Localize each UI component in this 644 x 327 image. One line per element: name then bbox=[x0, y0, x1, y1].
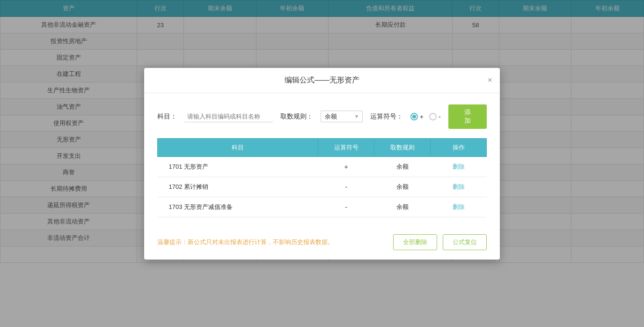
subject-label: 科目： bbox=[157, 112, 177, 121]
modal-footer: 温馨提示：新公式只对未出报表进行计算，不影响历史报表数据。 全部删除 公式复位 bbox=[144, 227, 500, 260]
formula-subject-2: 1703 无形资产减值准备 bbox=[158, 197, 318, 217]
rule-select-wrapper: 余额 借方 贷方 借方累计 贷方累计 ▼ bbox=[321, 111, 363, 122]
radio-plus-label: + bbox=[420, 113, 424, 120]
modal-header: 编辑公式——无形资产 × bbox=[144, 68, 500, 93]
table-header-operator: 运算符号 bbox=[318, 138, 374, 156]
edit-formula-modal: 编辑公式——无形资产 × 科目： 取数规则： 余额 借方 贷方 借方累计 贷方累… bbox=[144, 68, 500, 260]
operator-radio-group: + - bbox=[410, 113, 441, 120]
form-row: 科目： 取数规则： 余额 借方 贷方 借方累计 贷方累计 ▼ 运算符号： bbox=[157, 104, 487, 129]
formula-operator-0: + bbox=[318, 156, 374, 177]
radio-plus-circle bbox=[410, 113, 418, 120]
delete-row-0-button[interactable]: 删除 bbox=[453, 163, 465, 170]
formula-action-2: 删除 bbox=[431, 197, 487, 217]
modal-title: 编辑公式——无形资产 bbox=[285, 76, 359, 84]
formula-operator-1: - bbox=[318, 177, 374, 197]
delete-all-button[interactable]: 全部删除 bbox=[393, 234, 437, 250]
operator-label: 运算符号： bbox=[370, 112, 403, 121]
radio-minus-circle bbox=[429, 113, 437, 120]
radio-minus-label: - bbox=[439, 113, 441, 120]
table-header-rule: 取数规则 bbox=[374, 138, 431, 156]
footer-buttons: 全部删除 公式复位 bbox=[393, 234, 487, 250]
formula-table-row: 1701 无形资产+余额删除 bbox=[158, 156, 487, 177]
modal-body: 科目： 取数规则： 余额 借方 贷方 借方累计 贷方累计 ▼ 运算符号： bbox=[144, 93, 500, 227]
delete-row-2-button[interactable]: 删除 bbox=[453, 203, 465, 210]
formula-subject-0: 1701 无形资产 bbox=[158, 156, 318, 177]
formula-rule-2: 余额 bbox=[374, 197, 431, 217]
reset-formula-button[interactable]: 公式复位 bbox=[443, 234, 487, 250]
delete-row-1-button[interactable]: 删除 bbox=[453, 183, 465, 190]
formula-table-row: 1703 无形资产减值准备-余额删除 bbox=[158, 197, 487, 217]
formula-action-1: 删除 bbox=[431, 177, 487, 197]
table-header-subject: 科目 bbox=[158, 138, 318, 156]
formula-action-0: 删除 bbox=[431, 156, 487, 177]
add-button[interactable]: 添加 bbox=[448, 104, 487, 129]
formula-subject-1: 1702 累计摊销 bbox=[158, 177, 318, 197]
formula-table-row: 1702 累计摊销-余额删除 bbox=[158, 177, 487, 197]
modal-overlay: 编辑公式——无形资产 × 科目： 取数规则： 余额 借方 贷方 借方累计 贷方累… bbox=[0, 0, 644, 327]
rule-label: 取数规则： bbox=[280, 112, 313, 121]
rule-select[interactable]: 余额 借方 贷方 借方累计 贷方累计 bbox=[321, 111, 363, 122]
modal-close-button[interactable]: × bbox=[487, 76, 492, 84]
formula-rule-1: 余额 bbox=[374, 177, 431, 197]
radio-plus-item[interactable]: + bbox=[410, 113, 424, 120]
formula-rule-0: 余额 bbox=[374, 156, 431, 177]
formula-operator-2: - bbox=[318, 197, 374, 217]
subject-input[interactable] bbox=[184, 111, 273, 122]
radio-minus-item[interactable]: - bbox=[429, 113, 441, 120]
tip-text: 温馨提示：新公式只对未出报表进行计算，不影响历史报表数据。 bbox=[157, 238, 334, 246]
table-header-action: 操作 bbox=[431, 138, 487, 156]
formula-table: 科目 运算符号 取数规则 操作 1701 无形资产+余额删除1702 累计摊销-… bbox=[157, 138, 487, 217]
